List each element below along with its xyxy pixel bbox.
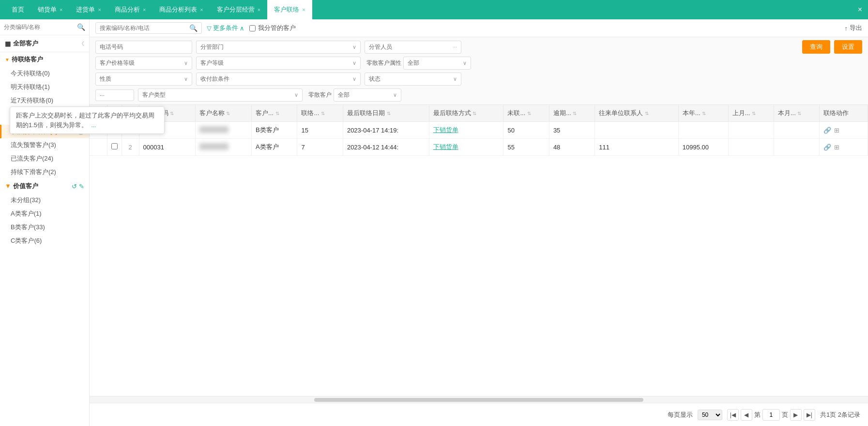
customer-type-field[interactable]: 客户类型 ∨ bbox=[138, 88, 303, 102]
sidebar-a-customer[interactable]: A类客户(1) bbox=[0, 207, 89, 220]
row1-action-icons[interactable]: 🔗 ⊞ bbox=[823, 127, 864, 134]
row1-grid-icon[interactable]: ⊞ bbox=[834, 127, 839, 134]
total-records-label: 共1页 2条记录 bbox=[820, 411, 860, 419]
more-conditions-btn[interactable]: ▽ 更多条件 ∧ bbox=[207, 24, 244, 32]
dots-field[interactable]: ··· bbox=[95, 89, 134, 101]
nav-home[interactable]: 首页 bbox=[5, 0, 31, 19]
filter-rows: 电话号码 分管部门 ∨ 分管人员 ··· 查询 设置 客户价格等级 bbox=[90, 37, 868, 105]
sidebar-b-customer[interactable]: B类客户(33) bbox=[0, 220, 89, 234]
per-page-select[interactable]: 50 20 100 200 bbox=[698, 410, 722, 420]
col-type[interactable]: 客户... ⇅ bbox=[252, 105, 297, 122]
col-no-contact[interactable]: 未联... ⇅ bbox=[503, 105, 549, 122]
col-overdue[interactable]: 逾期... ⇅ bbox=[549, 105, 594, 122]
customer-level-field[interactable]: 客户等级 ∨ bbox=[196, 57, 361, 70]
sidebar-loss-warning[interactable]: 流失预警客户(3) bbox=[0, 138, 89, 152]
value-group-actions[interactable]: ↺ ✎ bbox=[72, 183, 84, 190]
my-customer-checkbox[interactable]: 我分管的客户 bbox=[249, 24, 296, 32]
row2-name bbox=[195, 139, 251, 156]
page-number-input[interactable] bbox=[762, 409, 780, 421]
data-table: ⚙ 客户编码 ⇅ 客户名称 ⇅ bbox=[90, 105, 868, 156]
col-last-month[interactable]: 上月... ⇅ bbox=[728, 105, 774, 122]
sidebar-today-contact[interactable]: 今天待联络(0) bbox=[0, 67, 89, 80]
scroll-thumb[interactable] bbox=[314, 398, 643, 402]
manager-field[interactable]: 分管人员 ··· bbox=[365, 41, 461, 54]
row2-grid-icon[interactable]: ⊞ bbox=[834, 144, 839, 151]
row2-code: 000031 bbox=[139, 139, 195, 156]
pagination-buttons: |◀ ◀ 第 页 ▶ ▶| bbox=[727, 409, 815, 421]
nav-customer-contact-close[interactable]: × bbox=[302, 7, 305, 13]
pending-contact-group[interactable]: ▼ 待联络客户 bbox=[0, 52, 89, 67]
nav-analysis-close[interactable]: × bbox=[143, 7, 146, 13]
dots-label: ··· bbox=[100, 92, 105, 99]
window-close-button[interactable]: × bbox=[858, 5, 862, 14]
sparse-attr-label: 零散客户属性 bbox=[366, 59, 401, 67]
phone-field[interactable]: 电话号码 bbox=[95, 41, 192, 54]
sort-last-month-icon: ⇅ bbox=[752, 111, 756, 116]
nav-sales[interactable]: 销货单 × bbox=[31, 0, 69, 19]
settings-button[interactable]: 设置 bbox=[834, 40, 862, 54]
sidebar-search-icon[interactable]: 🔍 bbox=[77, 23, 85, 31]
my-customer-check[interactable] bbox=[249, 25, 256, 31]
sidebar-tomorrow-contact[interactable]: 明天待联络(1) bbox=[0, 80, 89, 94]
sidebar-declining-customer[interactable]: 持续下滑客户(2) bbox=[0, 165, 89, 179]
row1-link-icon[interactable]: 🔗 bbox=[823, 127, 831, 134]
sidebar-lost-customer[interactable]: 已流失客户(24) bbox=[0, 152, 89, 165]
prev-page-btn[interactable]: ◀ bbox=[741, 409, 752, 421]
payment-field[interactable]: 收付款条件 ∨ bbox=[196, 73, 361, 86]
sparse-customer-wrapper: 零散客户 全部 ∨ bbox=[306, 88, 401, 102]
col-action: 联络动作 bbox=[820, 105, 868, 122]
sort-type-icon: ⇅ bbox=[275, 111, 279, 116]
row2-this-year: 10995.00 bbox=[678, 139, 728, 156]
horizontal-scrollbar[interactable] bbox=[90, 396, 868, 403]
nav-customer-tier[interactable]: 客户分层经营 × bbox=[210, 0, 267, 19]
price-level-field[interactable]: 客户价格等级 ∨ bbox=[95, 57, 192, 70]
status-field[interactable]: 状态 ∨ bbox=[365, 73, 461, 86]
nav-sales-close[interactable]: × bbox=[60, 7, 62, 13]
refresh-icon[interactable]: ↺ bbox=[72, 183, 77, 190]
all-customers-header[interactable]: ▦ 全部客户 《 bbox=[0, 35, 89, 52]
search-input[interactable] bbox=[100, 25, 189, 31]
col-contact-count[interactable]: 联络... ⇅ bbox=[297, 105, 343, 122]
row2-last-method[interactable]: 下销货单 bbox=[429, 139, 503, 156]
sparse-customer-field[interactable]: 全部 ∨ bbox=[334, 88, 401, 102]
sort-name-icon: ⇅ bbox=[226, 111, 230, 116]
col-this-month[interactable]: 本月... ⇅ bbox=[774, 105, 820, 122]
row2-checkbox[interactable] bbox=[107, 139, 122, 156]
row1-last-method[interactable]: 下销货单 bbox=[429, 122, 503, 139]
sidebar-ungroup[interactable]: 未分组(32) bbox=[0, 193, 89, 207]
row2-link-icon[interactable]: 🔗 bbox=[823, 144, 831, 151]
nav-purchase-close[interactable]: × bbox=[98, 7, 101, 13]
nav-purchase[interactable]: 进货单 × bbox=[69, 0, 107, 19]
sparse-attr-field[interactable]: 全部 ∨ bbox=[403, 57, 471, 70]
col-last-date[interactable]: 最后联络日期 ⇅ bbox=[343, 105, 429, 122]
col-contact-person[interactable]: 往来单位联系人 ⇅ bbox=[595, 105, 679, 122]
export-btn[interactable]: ↑ 导出 bbox=[845, 24, 863, 32]
col-last-method[interactable]: 最后联络方式 ⇅ bbox=[429, 105, 503, 122]
nav-analysis-list-close[interactable]: × bbox=[200, 7, 203, 13]
nav-analysis-list[interactable]: 商品分析列表 × bbox=[152, 0, 210, 19]
sidebar-c-customer[interactable]: C类客户(6) bbox=[0, 234, 89, 248]
dept-field[interactable]: 分管部门 ∨ bbox=[196, 41, 361, 54]
edit-icon[interactable]: ✎ bbox=[79, 183, 84, 190]
nav-customer-tier-close[interactable]: × bbox=[258, 7, 260, 13]
last-page-btn[interactable]: ▶| bbox=[804, 409, 815, 421]
sidebar-search-input[interactable] bbox=[4, 24, 77, 30]
nature-label: 性质 bbox=[100, 75, 111, 83]
sidebar-7day-contact[interactable]: 近7天待联络(0) bbox=[0, 94, 89, 107]
nav-customer-contact[interactable]: 客户联络 × bbox=[267, 0, 312, 19]
col-this-year[interactable]: 本年... ⇅ bbox=[678, 105, 728, 122]
first-page-btn[interactable]: |◀ bbox=[727, 409, 739, 421]
query-button[interactable]: 查询 bbox=[802, 40, 830, 54]
search-icon[interactable]: 🔍 bbox=[189, 24, 198, 32]
row2-action-icons[interactable]: 🔗 ⊞ bbox=[823, 144, 864, 151]
all-customers-title: ▦ 全部客户 bbox=[5, 39, 38, 48]
row2-check[interactable] bbox=[111, 143, 118, 149]
dept-label: 分管部门 bbox=[200, 43, 224, 51]
col-name[interactable]: 客户名称 ⇅ bbox=[195, 105, 251, 122]
nav-analysis[interactable]: 商品分析 × bbox=[108, 0, 152, 19]
filter-toolbar: 🔍 ▽ 更多条件 ∧ 我分管的客户 ↑ 导出 bbox=[90, 19, 868, 37]
per-page-label: 每页显示 bbox=[668, 411, 693, 419]
next-page-btn[interactable]: ▶ bbox=[790, 409, 802, 421]
nature-field[interactable]: 性质 ∨ bbox=[95, 73, 192, 86]
price-level-label: 客户价格等级 bbox=[100, 59, 135, 67]
